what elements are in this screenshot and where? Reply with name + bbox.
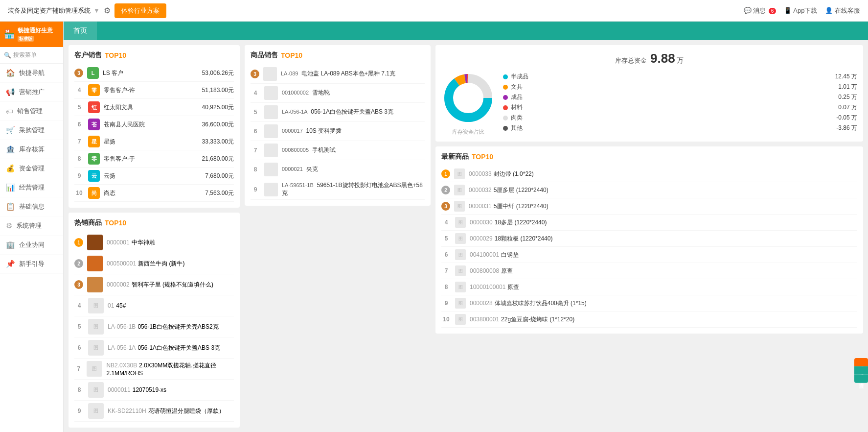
sales-icon: 🏷 [6, 107, 13, 116]
product-rank-item: 7 000800005 手机测试 [251, 141, 425, 160]
product-thumbnail: 图 [454, 168, 465, 179]
right-column: 库存总资金 9.88 万 [435, 45, 863, 427]
sidebar-item-corp[interactable]: 🏢 企业协同 [0, 236, 63, 255]
sidebar-item-marketing[interactable]: 📢 营销推广 [0, 83, 63, 102]
main-layout: 🏪 畅捷通好生意 标准版 🔍 搜索菜单 🏠 快捷导航 📢 营销推广 🏷 销售管理… [0, 22, 868, 432]
product-info: LA-056-1A 056-1A白色按键开关盖ABS 3克 [282, 108, 425, 116]
hot-item: 3 0000002智利车子里 (规格不知道填什么) [74, 274, 234, 295]
avatar: 尚 [88, 187, 100, 199]
operation-icon: 📊 [6, 183, 15, 192]
rank-num: 4 [441, 219, 451, 226]
sidebar-item-quick-nav[interactable]: 🏠 快捷导航 [0, 64, 63, 83]
rank-num: 2 [74, 259, 83, 268]
sidebar-item-label: 资金管理 [19, 164, 45, 173]
customer-top10-card: 客户销售TOP10 3 L LS 客户 53,006.26元 4 零 [69, 45, 240, 208]
rank-num: 3 [441, 202, 450, 211]
float-btn-community[interactable]: 服务社区 [854, 366, 868, 375]
inventory-legend: 半成品 12.45 万 文具 1.01 万 成品 0 [503, 72, 857, 134]
product-info: 0000001中华神雕 [107, 239, 155, 247]
customer-rank-item: 7 星 星扬 33,333.00元 [74, 133, 234, 150]
search-menu-btn[interactable]: 🔍 搜索菜单 [0, 47, 63, 64]
latest-item: 9 图 0000028体城嘉枝味苏打饮品400毫升 (1*15) [441, 295, 857, 312]
rank-num: 3 [74, 280, 83, 289]
sidebar-item-label: 销售管理 [17, 107, 43, 116]
rank-num: 4 [251, 90, 260, 96]
product-thumbnail: 图 [88, 403, 104, 419]
settings-icon[interactable]: ⚙ [104, 6, 111, 15]
legend-dot [503, 126, 508, 131]
app-download-btn[interactable]: 📱 App下载 [784, 6, 817, 15]
trial-button[interactable]: 体验行业方案 [114, 3, 166, 18]
product-rank-item: 9 LA-59651-1B 59651-1B旋转投影灯电池盒ABS黑色+58克 [251, 179, 425, 200]
inventory-chart-area: 库存资金占比 半成品 12.45 万 文具 1.01 万 [441, 71, 857, 136]
finance-icon: 💰 [6, 164, 15, 173]
rank-num: 8 [74, 155, 84, 162]
system-selector[interactable]: 装备及固定资产辅助管理系统 ▼ [8, 6, 100, 15]
sidebar-item-purchase[interactable]: 🛒 采购管理 [0, 121, 63, 140]
rank-num: 5 [251, 109, 260, 116]
online-service-btn[interactable]: 👤 在线客服 [825, 6, 860, 15]
product-thumbnail: 图 [455, 265, 466, 276]
float-btn-broadcast[interactable]: 直播 [854, 375, 868, 383]
rank-num: 6 [74, 344, 84, 351]
rank-num: 7 [74, 365, 83, 372]
product-thumbnail [264, 86, 278, 100]
sidebar-item-sales[interactable]: 🏷 销售管理 [0, 102, 63, 121]
hot-item: 1 0000001中华神雕 [74, 232, 234, 253]
product-thumbnail [87, 235, 103, 250]
customer-rank-item: 5 红 红太阳文具 40,925.00元 [74, 99, 234, 116]
rank-num: 7 [251, 147, 260, 154]
sidebar-item-system[interactable]: ⚙ 系统管理 [0, 216, 63, 236]
legend-dot [503, 74, 508, 79]
product-thumbnail: 图 [454, 185, 465, 195]
sidebar-item-operation[interactable]: 📊 经营管理 [0, 178, 63, 197]
legend-item: 肉类 -0.05 万 [503, 114, 857, 122]
product-info: 0145# [108, 302, 126, 309]
product-info: 000800005 手机测试 [282, 146, 425, 154]
product-thumbnail: 图 [88, 382, 104, 398]
rank-num: 9 [74, 408, 84, 414]
hot-item: 2 000500001新西兰牛肉 (新牛) [74, 253, 234, 274]
legend-item: 成品 0.25 万 [503, 93, 857, 101]
customer-rank-item: 8 零 零售客户-于 21,680.00元 [74, 150, 234, 168]
product-rank-item: 3 LA-089 电池盖 LA-089 ABS本色+黑种 7.1克 [251, 65, 425, 84]
product-rank-item: 4 001000002 雪地靴 [251, 84, 425, 103]
rank-num: 6 [74, 121, 84, 128]
hot-products-card: 热销商品 TOP10 1 0000001中华神雕 2 000500001新西兰牛… [69, 213, 240, 428]
latest-item: 3 图 00000315厘中纤 (1220*2440) [441, 198, 857, 215]
product-info: 000001112070519-xs [108, 386, 166, 393]
hot-item: 7 图 NB2.0X30B2.0X30MM双搓花轴.搓花直径2.1MM/ROHS [74, 359, 234, 380]
inventory-icon: 🏦 [6, 145, 15, 154]
latest-products-card: 最新商品 TOP10 1 图 0000033封边带 (1.0*22) 2 图 0… [435, 146, 863, 334]
content-area: 首页 客户销售TOP10 3 L LS 客户 5 [64, 22, 868, 432]
product-thumbnail [87, 277, 103, 292]
latest-item: 7 图 000800008原查 [441, 263, 857, 279]
tab-home[interactable]: 首页 [64, 22, 97, 40]
sidebar-item-inventory[interactable]: 🏦 库存核算 [0, 140, 63, 159]
product-sales-top10-card: 商品销售TOP10 3 LA-089 电池盖 LA-089 ABS本色+黑种 7… [245, 45, 431, 206]
avatar: 星 [88, 136, 100, 147]
rank-num: 10 [441, 316, 451, 323]
sidebar-item-base[interactable]: 📋 基础信息 [0, 197, 63, 216]
purchase-icon: 🛒 [6, 126, 15, 135]
customer-rank-item: 3 L LS 客户 53,006.26元 [74, 65, 234, 82]
product-thumbnail: 图 [88, 298, 104, 313]
float-btn-service[interactable]: 客服热线 [854, 358, 868, 366]
guide-icon: 📌 [6, 260, 15, 268]
sidebar-item-label: 系统管理 [16, 221, 42, 230]
hot-item: 4 图 0145# [74, 295, 234, 316]
latest-item: 8 图 10000100001原查 [441, 279, 857, 295]
product-thumbnail: 图 [454, 201, 465, 212]
sidebar-item-guide[interactable]: 📌 新手引导 [0, 255, 63, 274]
product-thumbnail: 图 [455, 217, 466, 228]
home-icon: 🏠 [6, 69, 15, 77]
avatar: 红 [88, 101, 100, 113]
message-btn[interactable]: 💬 消息 6 [744, 6, 777, 15]
rank-num: 5 [74, 104, 84, 111]
dropdown-icon: ▼ [93, 7, 100, 14]
hot-item: 6 图 LA-056-1A056-1A白色按键开关盖ABS 3克 [74, 337, 234, 359]
sidebar-item-finance[interactable]: 💰 资金管理 [0, 159, 63, 178]
sidebar-logo: 🏪 畅捷通好生意 标准版 [0, 22, 63, 47]
product-info: NB2.0X30B2.0X30MM双搓花轴.搓花直径2.1MM/ROHS [106, 361, 234, 377]
system-name: 装备及固定资产辅助管理系统 [8, 6, 91, 15]
